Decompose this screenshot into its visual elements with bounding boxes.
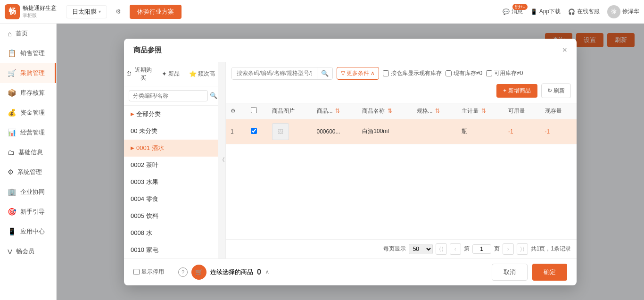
sidebar-item-basic[interactable]: 🗂 基础信息: [0, 142, 56, 162]
refresh-button[interactable]: ↻ 刷新: [541, 83, 571, 98]
sidebar-item-member[interactable]: V 畅会员: [0, 242, 56, 261]
sidebar-item-home[interactable]: ⌂ 首页: [0, 24, 56, 43]
new-icon: ✦: [162, 70, 167, 77]
sidebar-item-purchase[interactable]: 🛒 采购管理: [0, 63, 56, 83]
check-usable-nonzero[interactable]: 可用库存≠0: [486, 69, 523, 77]
sidebar-item-finance[interactable]: 💰 资金管理: [0, 103, 56, 123]
nav-msg[interactable]: 💬 消息 99++: [503, 8, 523, 16]
recent-icon: ⏱: [126, 70, 132, 77]
col-checkbox: [246, 103, 268, 119]
cat-0005[interactable]: 0005 饮料: [124, 208, 218, 225]
row-code: 000600...: [312, 119, 358, 144]
row-checkbox[interactable]: [246, 119, 268, 144]
usable-nonzero-checkbox[interactable]: [486, 70, 492, 76]
check-available-nonzero[interactable]: 现有库存≠0: [446, 69, 482, 77]
row-name: 白酒100ml: [357, 119, 412, 144]
col-name[interactable]: 商品名称 ⇅: [357, 103, 412, 119]
tab-freq[interactable]: ⭐ 频次高: [187, 62, 218, 86]
category-search-input[interactable]: [129, 90, 208, 101]
sidebar: ⌂ 首页 📋 销售管理 🛒 采购管理 📦 库存核算 💰 资金管理 📊 经营管理 …: [0, 24, 57, 300]
sidebar-item-operation[interactable]: 📊 经营管理: [0, 123, 56, 142]
col-unit[interactable]: 主计量 ⇅: [457, 103, 504, 119]
collapse-panel-button[interactable]: 《: [218, 62, 226, 258]
sort-icon: ⇅: [388, 108, 392, 114]
settings-icon[interactable]: ⚙: [111, 4, 126, 19]
disabled-checkbox[interactable]: [133, 269, 140, 275]
sidebar-item-system[interactable]: ⚙ 系统管理: [0, 162, 56, 182]
filter-icon: ▽: [341, 70, 345, 76]
show-disabled-checkbox[interactable]: 显示停用: [133, 268, 164, 276]
col-stock: 现存量: [540, 103, 577, 119]
trial-button[interactable]: 体验行业方案: [130, 5, 182, 19]
col-settings[interactable]: ⚙: [226, 103, 246, 119]
filter-button[interactable]: ▽ 更多条件 ∧: [337, 67, 379, 80]
by-warehouse-checkbox[interactable]: [383, 70, 389, 76]
guide-icon: 🎯: [8, 208, 17, 216]
category-panel: ⏱ 近期购买 ✦ 新品 ⭐ 频次高: [124, 62, 218, 258]
check-by-warehouse[interactable]: 按仓库显示现有库存: [383, 69, 442, 77]
product-search-icon[interactable]: 🔍: [317, 67, 332, 79]
cat-0003[interactable]: 0003 水果: [124, 174, 218, 191]
footer-right: 取消 确定: [492, 264, 567, 281]
select-all-checkbox[interactable]: [251, 107, 257, 113]
collapse-up-icon[interactable]: ∧: [265, 268, 270, 275]
add-product-button[interactable]: + 新增商品: [496, 84, 537, 98]
cancel-button[interactable]: 取消: [492, 264, 528, 281]
category-list: ▶ 全部分类 00 未分类 ▶ 0001 酒水 0002 茶: [124, 106, 218, 258]
last-page-button[interactable]: ⟩⟩: [517, 243, 528, 255]
sort-icon: ⇅: [335, 108, 340, 114]
modal-close-button[interactable]: ×: [562, 45, 567, 55]
available-nonzero-checkbox[interactable]: [446, 70, 452, 76]
cat-0004[interactable]: 0004 零食: [124, 191, 218, 208]
product-panel: 🔍 ▽ 更多条件 ∧ 按仓库显示现有库存: [226, 62, 577, 258]
pagination: 每页显示 50 10 20 100 ⟨⟨ ‹ 第 页: [226, 239, 577, 258]
confirm-button[interactable]: 确定: [532, 264, 567, 281]
nav-service[interactable]: 🎧 在线客服: [568, 8, 600, 16]
sidebar-item-enterprise[interactable]: 🏢 企业协同: [0, 182, 56, 202]
product-ref-modal: 商品参照 × ⏱ 近期购买 ✦: [124, 39, 577, 285]
sidebar-item-guide[interactable]: 🎯 新手引导: [0, 202, 56, 222]
tab-new[interactable]: ✦ 新品: [155, 62, 186, 86]
nav-app[interactable]: 📱 App下载: [530, 8, 561, 16]
sidebar-item-apps[interactable]: 📱 应用中心: [0, 222, 56, 242]
row-avail: -1: [504, 119, 540, 144]
cat-0002[interactable]: 0002 茶叶: [124, 157, 218, 174]
logo-icon: 畅: [5, 4, 20, 19]
nav-right: 💬 消息 99++ 📱 App下载 🎧 在线客服 徐 徐泽华: [503, 5, 639, 18]
per-page-select[interactable]: 50 10 20 100: [409, 244, 433, 254]
modal-overlay: 商品参照 × ⏱ 近期购买 ✦: [57, 24, 644, 300]
sidebar-item-sales[interactable]: 📋 销售管理: [0, 43, 56, 63]
next-page-button[interactable]: ›: [503, 243, 514, 255]
table-row[interactable]: 1 🖼 000600... 白酒100ml 瓶: [226, 119, 577, 144]
cat-00[interactable]: 00 未分类: [124, 123, 218, 140]
page-input[interactable]: [472, 244, 491, 254]
cart-icon[interactable]: 🛒: [191, 265, 206, 280]
cat-0001[interactable]: ▶ 0001 酒水: [124, 140, 218, 157]
cat-all[interactable]: ▶ 全部分类: [124, 106, 218, 123]
nav-user[interactable]: 徐 徐泽华: [607, 5, 639, 18]
col-code[interactable]: 商品... ⇅: [312, 103, 358, 119]
prev-page-button[interactable]: ‹: [450, 243, 461, 255]
modal-footer: 显示停用 ? 🛒 连续选择的商品 0 ∧ 取消 确定: [124, 258, 577, 285]
cat-0008[interactable]: 0008 水: [124, 225, 218, 242]
row-select-checkbox[interactable]: [251, 128, 257, 134]
help-icon[interactable]: ?: [178, 267, 188, 277]
tab-recent[interactable]: ⏱ 近期购买: [124, 62, 155, 86]
product-search-input[interactable]: [232, 67, 317, 79]
col-spec[interactable]: 规格... ⇅: [412, 103, 457, 119]
first-page-button[interactable]: ⟨⟨: [436, 243, 447, 255]
category-search-icon[interactable]: 🔍: [210, 92, 217, 99]
logo-text: 畅捷通好生意 掌柜版: [23, 4, 57, 19]
apps-icon: 📱: [8, 227, 17, 236]
content-area: 查询 设置 刷新 商品参照 ×: [57, 24, 644, 300]
row-stock: -1: [540, 119, 577, 144]
store-selector[interactable]: 日太阳膜 ▾: [66, 5, 107, 18]
sales-icon: 📋: [8, 49, 17, 58]
col-avail: 可用量: [504, 103, 540, 119]
msg-badge: 99++: [512, 4, 528, 10]
inventory-icon: 📦: [8, 89, 17, 97]
chevron-down-icon: ▾: [99, 9, 101, 14]
cat-0010[interactable]: 0010 家电: [124, 242, 218, 258]
sort-icon: ⇅: [435, 108, 440, 114]
sidebar-item-inventory[interactable]: 📦 库存核算: [0, 83, 56, 103]
